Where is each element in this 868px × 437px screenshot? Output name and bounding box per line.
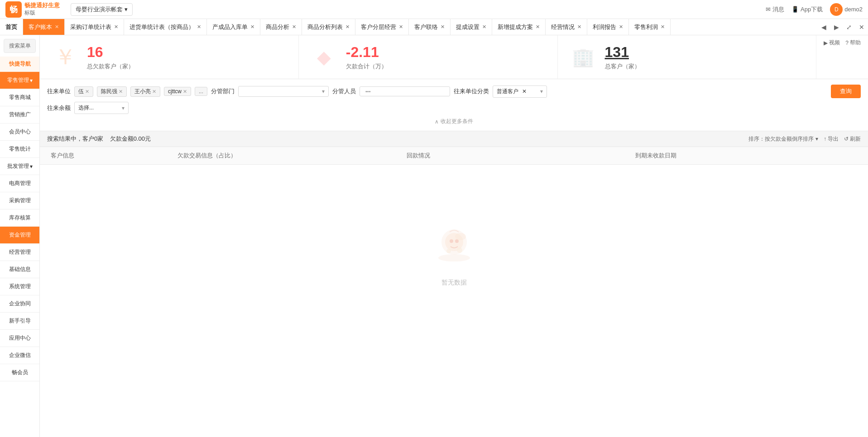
empty-text: 暂无数据 — [441, 279, 467, 287]
tab-customer-ledger[interactable]: 客户账本 ✕ — [23, 19, 65, 35]
message-icon: ✉ — [766, 6, 771, 13]
sidebar-item-inventory[interactable]: 库存核算 — [0, 209, 39, 227]
sidebar-item-enterprise-collab[interactable]: 企业协同 — [0, 295, 39, 313]
sidebar-item-label: 采购管理 — [9, 197, 31, 204]
collapse-button[interactable]: ∧ 收起更多条件 — [435, 118, 473, 125]
sidebar-item-retail-stats[interactable]: 零售统计 — [0, 141, 39, 158]
close-icon[interactable]: ✕ — [661, 24, 665, 30]
app-download-label: App下载 — [801, 5, 823, 14]
close-icon[interactable]: ✕ — [441, 24, 445, 30]
tab-expand-button[interactable]: ⤢ — [843, 21, 855, 33]
person-select[interactable]: ••• — [360, 86, 450, 96]
close-icon[interactable]: ✕ — [345, 24, 350, 30]
tab-home-label: 首页 — [5, 23, 17, 31]
nav-tabs: 首页 客户账本 ✕ 采购订单统计表 ✕ 进货单统计表（按商品） ✕ 产成品入库单… — [0, 19, 868, 35]
export-button[interactable]: ↑ 导出 — [824, 135, 839, 143]
sidebar-item-enterprise-wechat[interactable]: 企业微信 — [0, 347, 39, 364]
sidebar-item-system[interactable]: 系统管理 — [0, 278, 39, 295]
message-button[interactable]: ✉ 消息 — [766, 5, 784, 14]
category-clear-icon[interactable]: ✕ — [522, 88, 527, 95]
sidebar-item-wholesale[interactable]: 批发管理 ▾ — [0, 158, 39, 175]
tab-close-button[interactable]: ✕ — [855, 21, 868, 33]
search-menu-button[interactable]: 搜索菜单 — [4, 39, 36, 53]
tab-prev-button[interactable]: ◀ — [817, 21, 830, 33]
tab-customer-ledger-label: 客户账本 — [29, 23, 52, 31]
tab-home[interactable]: 首页 — [0, 19, 23, 35]
tab-commission-settings[interactable]: 提成设置 ✕ — [451, 19, 492, 35]
sidebar: 搜索菜单 快捷导航 零售管理 ▾ 零售商城 营销推广 会员中心 零售统计 批发管… — [0, 35, 40, 437]
sidebar-item-ecommerce[interactable]: 电商管理 — [0, 175, 39, 192]
close-icon[interactable]: ✕ — [292, 24, 296, 30]
tab-add-commission[interactable]: 新增提成方案 ✕ — [492, 19, 546, 35]
filter-tag-wu-remove[interactable]: ✕ — [85, 89, 89, 95]
quick-nav-button[interactable]: 快捷导航 — [0, 57, 39, 72]
tab-label: 提成设置 — [456, 23, 480, 31]
sidebar-item-label: 系统管理 — [9, 283, 31, 290]
sidebar-item-label: 应用中心 — [9, 335, 31, 341]
tab-profit-report[interactable]: 利润报告 ✕ — [587, 19, 629, 35]
sort-button[interactable]: 排序：按欠款金额倒序排序 ▾ — [748, 135, 818, 143]
filter-more-button[interactable]: ... — [195, 87, 207, 96]
refresh-button[interactable]: ↺ 刷新 — [844, 135, 861, 143]
person-filter-label: 分管人员 — [332, 87, 356, 95]
tab-customer-tier[interactable]: 客户分层经营 ✕ — [355, 19, 409, 35]
sidebar-item-purchasing[interactable]: 采购管理 — [0, 192, 39, 209]
content-area: ￥ 16 总欠款客户（家） ◆ -2.11 欠款合计（万） 🏢 — [40, 35, 868, 437]
close-icon[interactable]: ✕ — [577, 24, 581, 30]
sidebar-item-new-user-guide[interactable]: 新手引导 — [0, 313, 39, 330]
sidebar-item-membership[interactable]: 会员中心 — [0, 124, 39, 141]
close-icon[interactable]: ✕ — [482, 24, 486, 30]
tab-inbound-stats[interactable]: 进货单统计表（按商品） ✕ — [124, 19, 207, 35]
close-icon[interactable]: ✕ — [536, 24, 540, 30]
tab-operations[interactable]: 经营情况 ✕ — [546, 19, 587, 35]
sidebar-item-label: 批发管理 — [7, 162, 29, 170]
dots-icon: ••• — [365, 89, 371, 94]
filter-tag-cjttcw-remove[interactable]: ✕ — [183, 89, 187, 95]
tab-label: 采购订单统计表 — [70, 23, 111, 31]
dept-select[interactable]: ▾ — [238, 86, 329, 97]
category-select[interactable]: 普通客户 ✕ ▾ — [493, 86, 547, 98]
amount-info-text: 欠款金额0.00元 — [110, 135, 151, 142]
sidebar-item-label: 零售统计 — [9, 146, 31, 152]
balance-select[interactable]: 选择... ▾ — [74, 102, 129, 114]
close-icon[interactable]: ✕ — [114, 24, 118, 30]
tab-next-button[interactable]: ▶ — [830, 21, 843, 33]
main-layout: 搜索菜单 快捷导航 零售管理 ▾ 零售商城 营销推广 会员中心 零售统计 批发管… — [0, 35, 868, 437]
sidebar-item-retail-mall[interactable]: 零售商城 — [0, 89, 39, 106]
brand-name: 畅捷通好生意 — [24, 2, 60, 10]
tab-purchase-order-stats[interactable]: 采购订单统计表 ✕ — [65, 19, 124, 35]
tab-customer-contact[interactable]: 客户联络 ✕ — [409, 19, 451, 35]
app-download-button[interactable]: 📱 App下载 — [791, 5, 823, 14]
store-selector[interactable]: 母婴行业演示帐套 ▾ — [71, 3, 133, 16]
refresh-label: 刷新 — [850, 135, 861, 143]
sidebar-item-basic-info[interactable]: 基础信息 — [0, 261, 39, 278]
sidebar-item-retail-management[interactable]: 零售管理 ▾ — [0, 72, 39, 89]
close-icon[interactable]: ✕ — [619, 24, 623, 30]
sidebar-item-label: 企业协同 — [9, 300, 31, 307]
sidebar-item-finance[interactable]: 资金管理 — [0, 227, 39, 244]
filter-row-2: 往来余额 选择... ▾ — [47, 102, 861, 114]
close-icon[interactable]: ✕ — [250, 24, 254, 30]
sidebar-item-marketing[interactable]: 营销推广 — [0, 106, 39, 124]
sidebar-item-operations[interactable]: 经营管理 — [0, 244, 39, 261]
results-bar: 搜索结果中，客户0家 欠款金额0.00元 排序：按欠款金额倒序排序 ▾ ↑ 导出… — [40, 131, 868, 147]
help-button[interactable]: ? 帮助 — [845, 39, 861, 47]
tab-product-analysis[interactable]: 商品分析 ✕ — [260, 19, 302, 35]
close-icon[interactable]: ✕ — [399, 24, 403, 30]
logo-icon: 畅 — [5, 1, 22, 18]
close-icon[interactable]: ✕ — [197, 24, 201, 30]
sidebar-item-chang-member[interactable]: 畅会员 — [0, 364, 39, 381]
user-profile[interactable]: D demo2 — [830, 3, 863, 16]
video-button[interactable]: ▶ 视频 — [824, 39, 840, 47]
table-body: 暂无数据 — [40, 165, 868, 346]
results-actions: 排序：按欠款金额倒序排序 ▾ ↑ 导出 ↺ 刷新 — [748, 135, 861, 143]
close-icon[interactable]: ✕ — [55, 24, 59, 30]
query-button[interactable]: 查询 — [831, 85, 861, 98]
sidebar-item-app-center[interactable]: 应用中心 — [0, 330, 39, 347]
tab-product-inbound[interactable]: 产成品入库单 ✕ — [207, 19, 260, 35]
brand-edition: 标版 — [24, 10, 60, 17]
tab-retail-profit[interactable]: 零售利润 ✕ — [629, 19, 671, 35]
filter-tag-chen-remove[interactable]: ✕ — [119, 89, 123, 95]
filter-tag-wang-remove[interactable]: ✕ — [152, 89, 156, 95]
tab-product-analysis-list[interactable]: 商品分析列表 ✕ — [302, 19, 355, 35]
